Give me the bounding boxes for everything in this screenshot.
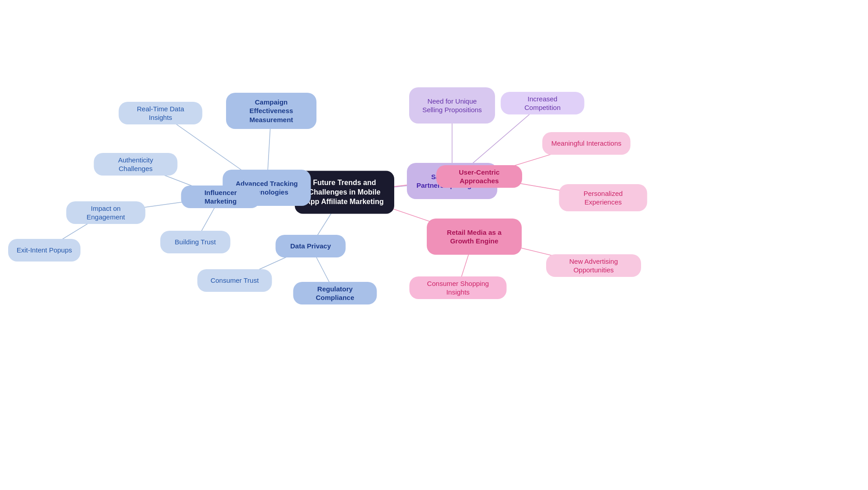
node-exit: Exit-Intent Popups <box>8 239 80 262</box>
node-newadv: New Advertising Opportunities <box>546 254 641 277</box>
node-consumershop: Consumer Shopping Insights <box>410 276 507 299</box>
node-personalized: Personalized Experiences <box>559 184 647 211</box>
node-authenticity: Authenticity Challenges <box>94 153 178 176</box>
node-consumertrust: Consumer Trust <box>198 269 272 292</box>
mind-map-container: Future Trends and Challenges in Mobile A… <box>0 0 868 490</box>
node-uniqueselling: Need for Unique Selling Propositions <box>409 87 495 124</box>
node-building: Building Trust <box>160 231 231 253</box>
node-regulatory: Regulatory Compliance <box>293 282 377 304</box>
node-increased: Increased Competition <box>501 92 585 114</box>
node-impact: Impact on Engagement <box>66 201 146 224</box>
node-realtime: Real-Time Data Insights <box>119 102 203 124</box>
node-campaign: Campaign Effectiveness Measurement <box>226 93 316 129</box>
node-usercentric: User-Centric Approaches <box>436 165 522 188</box>
node-retailmedia: Retail Media as a Growth Engine <box>427 219 522 255</box>
node-meaningful: Meaningful Interactions <box>542 132 631 155</box>
node-dataprivacy: Data Privacy <box>276 235 346 257</box>
node-influencer: Influencer Marketing <box>181 186 260 208</box>
